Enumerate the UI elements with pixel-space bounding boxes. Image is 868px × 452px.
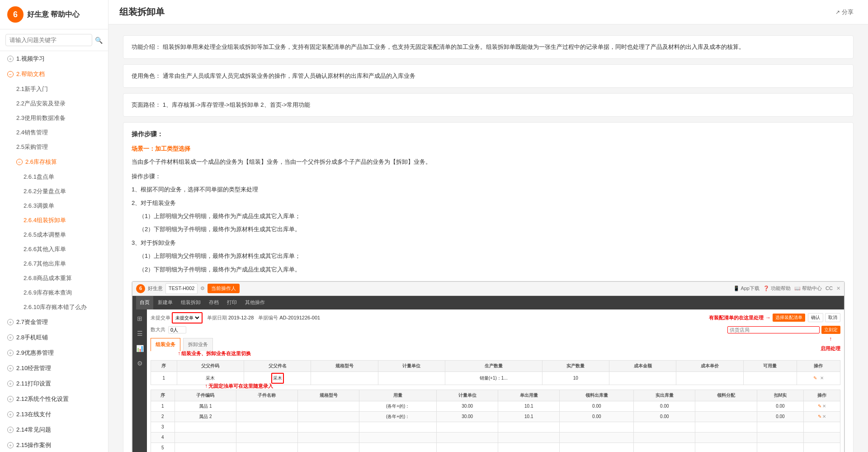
path-block: 页面路径： 1、库存核算->库存管理->组装拆卸单 2、首页->常用功能: [123, 93, 854, 117]
sim-current-op-btn[interactable]: 当前操作人: [208, 284, 240, 293]
sidebar-item-cases[interactable]: + 2.15操作案例: [0, 438, 108, 452]
sim-type-select[interactable]: 未提交单 已提交单: [172, 312, 203, 324]
sim-nav-archive[interactable]: 存档: [205, 296, 222, 309]
sim-type-dropdown[interactable]: 未提交单 已提交单: [174, 315, 201, 321]
sim-left-sidebar: ⊞ ☰ 📊 ⚙: [132, 309, 147, 452]
table2-annotation-text: 无固定浊单可在这里随意录入: [208, 382, 273, 391]
sim-test-id: TEST-H002: [165, 283, 198, 294]
sim-count-input[interactable]: [168, 326, 186, 333]
cell2-edit-icon-2[interactable]: ✎: [818, 414, 821, 419]
sidebar-sub-count[interactable]: 2.6.1盘点单: [0, 170, 108, 184]
expand-icon: +: [7, 381, 14, 387]
cell-spec: [311, 371, 378, 385]
sim-nav-home[interactable]: 自页: [136, 296, 153, 309]
sim-close-icon[interactable]: ✕: [836, 284, 840, 293]
sim-confirm-btn[interactable]: 确认: [808, 313, 823, 322]
col2-spec: 规格型号: [298, 390, 359, 401]
sidebar-sub-adjust[interactable]: 2.6.3调拨单: [0, 199, 108, 213]
sim-nav-print[interactable]: 打印: [223, 296, 241, 309]
expand-icon: +: [7, 334, 14, 341]
share-button[interactable]: ↗ 分享: [832, 6, 857, 18]
sidebar-item-docs[interactable]: − 2.帮助文档: [0, 67, 108, 82]
sidebar-sub-sales[interactable]: 2.4销售管理: [0, 125, 108, 140]
search-input[interactable]: [5, 34, 92, 46]
cell2-action[interactable]: ✎✕: [804, 401, 840, 411]
sim-search-input[interactable]: [727, 326, 820, 333]
sidebar-item-faq[interactable]: + 2.14常见问题: [0, 422, 108, 438]
col-actual-qty: 实产数量: [542, 360, 609, 371]
search-icon[interactable]: 🔍: [95, 37, 103, 44]
sim-form-area: 未提交单 未提交单 已提交单: [147, 309, 844, 452]
collapse-icon: −: [7, 71, 14, 77]
sidebar-item-mobile[interactable]: + 2.8手机旺铺: [0, 330, 108, 345]
sidebar-item-custom[interactable]: + 2.12系统个性化设置: [0, 391, 108, 407]
sim-screenshot: 6 好生意 TEST-H002 ⚙ 当前操作人 📱 App下载 ❓ 功能帮助 📖…: [132, 281, 844, 452]
sidebar-item-online-pay[interactable]: + 2.13在线支付: [0, 407, 108, 422]
table-row: 2属品 2(各年+的)：30.0010.10.000.000.00 ✎✕: [151, 411, 840, 422]
func-intro-label: 功能介绍：: [132, 43, 161, 50]
sidebar-item-coupon[interactable]: + 2.9优惠券管理: [0, 345, 108, 361]
logo-icon: 6: [7, 6, 24, 23]
sidebar-sub-error[interactable]: 2.6.10库存账本错了么办: [0, 300, 108, 314]
tab-annotation-text: 组装业务、拆卸业务在这里切换: [181, 349, 251, 358]
sidebar-sub-check[interactable]: 2.6.9库存账本查询: [0, 285, 108, 300]
sidebar-item-print[interactable]: + 2.11打印设置: [0, 376, 108, 391]
col-seq: 序: [151, 360, 177, 371]
col2-child-name: 子件名称: [236, 390, 297, 401]
sim-nav-other[interactable]: 其他操作: [241, 296, 269, 309]
sidebar-sub-out-other[interactable]: 2.6.7其他出库单: [0, 257, 108, 271]
cell2-edit-icon[interactable]: ✎: [818, 404, 821, 409]
search-box[interactable]: 🔍: [0, 29, 108, 51]
main-content: 组装拆卸单 ↗ 分享 功能介绍： 组装拆卸单用来处理企业组装或拆卸等加工业务，支…: [108, 0, 868, 452]
sim-cancel-btn[interactable]: 取消: [825, 313, 840, 322]
content-area: 功能介绍： 组装拆卸单用来处理企业组装或拆卸等加工业务，支持有固定装配清单的产品…: [108, 24, 868, 452]
sim-content-area: ⊞ ☰ 📊 ⚙ 未提: [132, 309, 844, 452]
cell-edit-icon[interactable]: ✎: [813, 376, 817, 381]
sidebar-item-finance[interactable]: + 2.7资金管理: [0, 314, 108, 330]
sim-sidebar-settings-icon[interactable]: ⚙: [137, 358, 143, 369]
cell2-del-icon-2[interactable]: ✕: [822, 414, 826, 419]
scene1-desc: 当由多个子件材料组装成一个成品的业务为【组装】业务，当由一个父件拆分成多个子产品…: [132, 157, 845, 167]
expand-icon: +: [7, 350, 14, 356]
step3-2: （2）下部明细为子件明细，最终作为产成品生成其它入库单。: [132, 264, 845, 275]
sim-nav-icon: ⚙: [200, 284, 205, 293]
sidebar-sub-data[interactable]: 2.3使用前数据准备: [0, 111, 108, 125]
sim-nav-assembly[interactable]: 组装拆卸: [177, 296, 204, 309]
sidebar-sub-new[interactable]: 2.1新手入门: [0, 82, 108, 96]
sidebar-sub-assembly[interactable]: 2.6.4组装拆卸单: [0, 213, 108, 228]
page-title: 组装拆卸单: [119, 6, 165, 18]
sim-go-btn[interactable]: 立刻定: [821, 326, 840, 334]
sim-sidebar-home-icon[interactable]: ⊞: [137, 313, 142, 324]
col2-deduct: 扣M实: [757, 390, 804, 401]
func-intro-text: 组装拆卸单用来处理企业组装或拆卸等加工业务，支持有固定装配清单的产品加工业务，也…: [163, 43, 745, 50]
sim-tab-assemble[interactable]: 组装业务: [151, 338, 180, 351]
sim-sidebar-list-icon[interactable]: ☰: [137, 328, 143, 339]
col-unit: 计量单位: [378, 360, 445, 371]
col2-actual-out: 实出库量: [634, 390, 695, 401]
sidebar-item-video[interactable]: + 1.视频学习: [0, 51, 108, 67]
step3-1: （1）上部明细为父件明细，最终作为原材料生成其它出库单；: [132, 251, 845, 261]
sidebar-sub-in-other[interactable]: 2.6.6其他入库单: [0, 242, 108, 257]
cell-del-icon[interactable]: ✕: [820, 376, 824, 381]
sidebar-sub-cost[interactable]: 2.6.5成本调整单: [0, 228, 108, 242]
cell2-del-icon[interactable]: ✕: [822, 404, 826, 409]
step2: 2、对于组装业务: [132, 198, 845, 208]
cell-action-btns[interactable]: ✎ ✕: [797, 371, 840, 385]
nav-label: 2.12系统个性化设置: [16, 395, 69, 403]
sidebar-sub-purchase[interactable]: 2.5采购管理: [0, 140, 108, 154]
nav-label: 2.13在线支付: [16, 410, 51, 419]
path-label: 页面路径：: [132, 101, 161, 108]
sim-nav-new[interactable]: 新建单: [154, 296, 176, 309]
sim-select-bom-btn[interactable]: 选择装配清单: [773, 314, 805, 322]
sidebar-item-operation[interactable]: + 2.10经营管理: [0, 361, 108, 376]
sim-sidebar-chart-icon[interactable]: 📊: [136, 343, 144, 354]
sim-help-center: 📖 帮助中心: [794, 284, 822, 293]
table-row-empty-3: 3: [151, 422, 840, 432]
sidebar-sub-install[interactable]: 2.2产品安装及登录: [0, 96, 108, 111]
col-parent-code: 父父件码: [177, 360, 244, 371]
sidebar-sub-partial[interactable]: 2.6.2分量盘点单: [0, 184, 108, 199]
sim-cc: CC: [826, 284, 833, 293]
sidebar-sub-cost-reset[interactable]: 2.6.8商品成本重算: [0, 271, 108, 285]
sidebar-item-stock[interactable]: − 2.6库存核算: [0, 154, 108, 170]
cell2-action-2[interactable]: ✎✕: [804, 411, 840, 422]
